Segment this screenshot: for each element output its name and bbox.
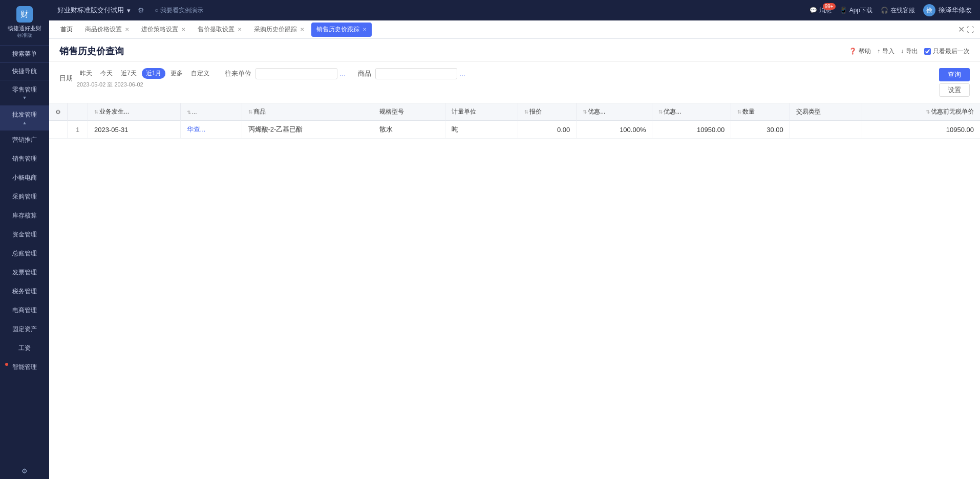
date-btn-custom[interactable]: 自定义 (188, 68, 212, 79)
product-lookup-btn[interactable]: ... (459, 70, 465, 78)
page-content: 销售历史价查询 ❓ 帮助 ↑ 导入 ↓ 导出 只看最后一次 (49, 39, 980, 479)
col-header-more[interactable]: ⇅... (180, 103, 242, 121)
only-last-checkbox-label[interactable]: 只看最后一次 (924, 47, 970, 56)
app-download-btn[interactable]: 📱 App下载 (840, 6, 872, 15)
user-name: 徐泽华修改 (939, 6, 972, 15)
tab-purchase-history-label: 采购历史价跟踪 (254, 25, 297, 34)
sidebar-quick-nav[interactable]: 快捷导航 (0, 63, 49, 80)
help-icon: ❓ (849, 48, 857, 55)
only-last-checkbox[interactable] (924, 48, 931, 55)
online-service-btn[interactable]: 🎧 在线客服 (881, 6, 915, 15)
sidebar-item-ledger-label: 总账管理 (12, 249, 37, 258)
settings-btn[interactable]: 设置 (939, 83, 970, 97)
col-header-discount-price[interactable]: ⇅优惠... (652, 103, 731, 121)
sort-icon: ⇅ (583, 109, 587, 115)
help-btn[interactable]: ❓ 帮助 (849, 47, 871, 56)
tab-window-controls: ✕ ⛶ (958, 25, 974, 34)
sidebar-item-wholesale[interactable]: 批发管理 ▲ (0, 105, 49, 130)
headset-icon: 🎧 (881, 7, 888, 14)
tab-sale-extract-label: 售价提取设置 (198, 25, 235, 34)
date-btn-yesterday[interactable]: 昨天 (77, 68, 95, 79)
page-title: 销售历史价查询 (59, 45, 124, 57)
row-product-cell: 丙烯酸-2-乙基已酯 (242, 121, 373, 139)
tab-close-icon[interactable]: ✕ (125, 27, 129, 32)
sidebar-item-purchase[interactable]: 采购管理 (0, 187, 49, 206)
message-btn[interactable]: 💬 消息 99+ (809, 6, 832, 15)
sidebar-item-invoice[interactable]: 发票管理 (0, 263, 49, 282)
demo-btn[interactable]: ○ 我要看实例演示 (155, 6, 203, 15)
tab-purchase-strategy[interactable]: 进价策略设置 ✕ (136, 23, 190, 37)
close-window-icon[interactable]: ✕ (958, 25, 965, 34)
sidebar-item-smart[interactable]: 智能管理 (0, 358, 49, 377)
row-more-cell[interactable]: 华查... (180, 121, 242, 139)
col-header-settings[interactable]: ⚙ (49, 103, 68, 121)
sidebar-item-retail[interactable]: 零售管理 ▼ (0, 80, 49, 105)
sort-icon: ⇅ (187, 110, 191, 115)
sidebar-item-marketing[interactable]: 营销推广 (0, 130, 49, 149)
row-more-link[interactable]: 华查... (187, 125, 206, 133)
sidebar-item-payroll[interactable]: 工资 (0, 339, 49, 358)
date-filter-label: 日期 (59, 74, 73, 83)
tab-purchase-history[interactable]: 采购历史价跟踪 ✕ (249, 23, 309, 37)
col-header-product[interactable]: ⇅商品 (242, 103, 373, 121)
sidebar-item-finance-label: 资金管理 (12, 230, 37, 239)
date-filter-group: 日期 昨天 今天 近7天 近1月 更多 自定义 2023-05-02 至 202… (59, 68, 212, 89)
tab-home[interactable]: 首页 (55, 23, 78, 37)
col-header-index (68, 103, 88, 121)
sidebar-item-tax[interactable]: 税务管理 (0, 282, 49, 301)
download-icon: 📱 (840, 7, 847, 14)
tab-home-label: 首页 (60, 25, 73, 34)
row-price-cell: 0.00 (518, 121, 577, 139)
app-header: 好业财标准版交付试用 ▾ ⚙ ○ 我要看实例演示 💬 消息 99+ 📱 App下… (49, 0, 980, 20)
row-spec-cell: 散水 (373, 121, 445, 139)
source-lookup-btn[interactable]: ... (339, 70, 346, 78)
sidebar-item-tax-label: 税务管理 (12, 287, 37, 296)
col-header-pre-tax-price[interactable]: ⇅优惠前无税单价 (862, 103, 980, 121)
product-input[interactable] (375, 68, 457, 79)
tab-bar: 首页 商品价格设置 ✕ 进价策略设置 ✕ 售价提取设置 ✕ 采购历史价跟踪 ✕ … (49, 20, 980, 39)
sidebar-item-sales[interactable]: 销售管理 (0, 149, 49, 168)
date-btn-1month[interactable]: 近1月 (142, 68, 166, 79)
tab-close-icon[interactable]: ✕ (238, 27, 242, 32)
tab-close-icon[interactable]: ✕ (181, 27, 185, 32)
tab-close-icon[interactable]: ✕ (300, 27, 304, 32)
product-settings-icon[interactable]: ⚙ (138, 6, 144, 14)
user-info[interactable]: 徐 徐泽华修改 (923, 4, 972, 16)
tab-product-price[interactable]: 商品价格设置 ✕ (80, 23, 134, 37)
date-btn-today[interactable]: 今天 (97, 68, 116, 79)
date-filters: 昨天 今天 近7天 近1月 更多 自定义 2023-05-02 至 2023-0… (77, 68, 212, 89)
sidebar-search[interactable]: 搜索菜单 (0, 46, 49, 63)
tab-sale-history-label: 销售历史价跟踪 (316, 25, 359, 34)
col-header-date[interactable]: ⇅业务发生... (88, 103, 181, 121)
user-avatar: 徐 (923, 4, 935, 16)
sidebar-item-assets[interactable]: 固定资产 (0, 320, 49, 339)
sidebar-item-ecommerce-small[interactable]: 小畅电商 (0, 168, 49, 187)
col-header-qty[interactable]: ⇅数量 (731, 103, 790, 121)
source-filter-group: 往来单位 ... (225, 68, 346, 79)
date-btn-more[interactable]: 更多 (167, 68, 186, 79)
date-btn-7days[interactable]: 近7天 (118, 68, 140, 79)
data-table: ⚙ ⇅业务发生... ⇅... ⇅商品 规格型号 计量单位 (49, 103, 980, 139)
tab-sale-extract[interactable]: 售价提取设置 ✕ (193, 23, 247, 37)
gear-icon[interactable]: ⚙ (55, 108, 61, 116)
chevron-down-icon: ▼ (23, 95, 27, 100)
col-header-price[interactable]: ⇅报价 (518, 103, 577, 121)
sidebar-item-inventory[interactable]: 库存核算 (0, 206, 49, 225)
export-btn[interactable]: ↓ 导出 (901, 47, 918, 56)
import-btn[interactable]: ↑ 导入 (877, 47, 894, 56)
col-header-spec: 规格型号 (373, 103, 445, 121)
main-area: 好业财标准版交付试用 ▾ ⚙ ○ 我要看实例演示 💬 消息 99+ 📱 App下… (49, 0, 980, 479)
sidebar-item-ledger[interactable]: 总账管理 (0, 244, 49, 263)
tab-sale-history[interactable]: 销售历史价跟踪 ✕ (311, 23, 372, 37)
filter-area: 日期 昨天 今天 近7天 近1月 更多 自定义 2023-05-02 至 202… (49, 62, 980, 103)
query-btn[interactable]: 查询 (939, 68, 970, 81)
sidebar-item-finance[interactable]: 资金管理 (0, 225, 49, 244)
source-input[interactable] (255, 68, 337, 79)
sidebar-settings-btn[interactable]: ⚙ (0, 463, 49, 479)
maximize-window-icon[interactable]: ⛶ (967, 26, 974, 34)
sidebar-item-ecommerce[interactable]: 电商管理 (0, 301, 49, 320)
product-selector[interactable]: 好业财标准版交付试用 ▾ ⚙ (57, 6, 144, 15)
col-header-discount-pct[interactable]: ⇅优惠... (577, 103, 652, 121)
tab-close-icon[interactable]: ✕ (363, 27, 367, 32)
sort-icon: ⇅ (926, 109, 930, 115)
